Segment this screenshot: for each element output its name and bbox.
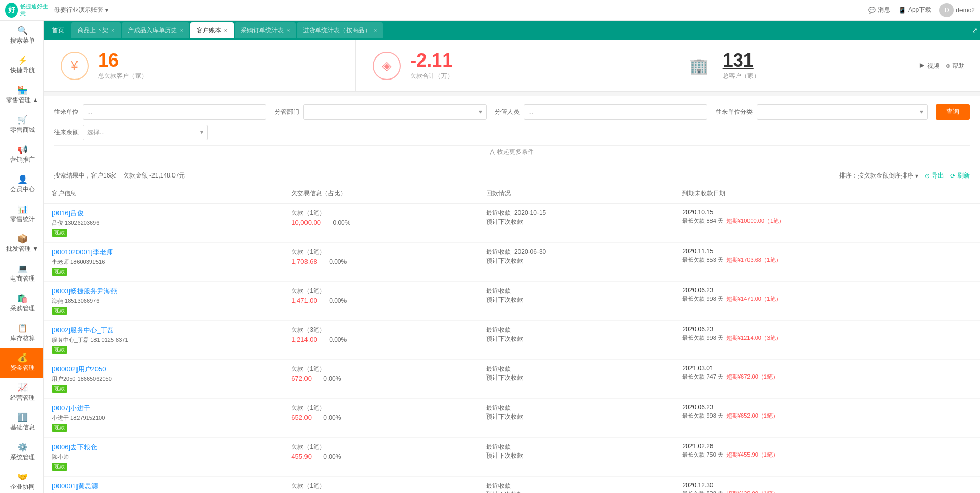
sidebar-item-batch-mgmt[interactable]: 📦 批发管理 ▼ <box>0 229 43 259</box>
max-debt-days: 最长欠款 998 天 超期¥1214.00（3笔） <box>682 334 972 342</box>
overdue-link[interactable]: 超期¥429.00（1笔） <box>726 490 778 493</box>
minimize-icon[interactable]: — <box>960 26 968 34</box>
stat-label-owed-customers: 总欠款客户（家） <box>98 72 147 81</box>
last-collection-label: 最近收款 2020-06-30 <box>486 248 666 257</box>
debt-amount: 1,471.00 <box>291 297 317 304</box>
close-icon[interactable]: × <box>287 28 290 33</box>
customer-name-link[interactable]: [0003]畅捷服务尹海燕 <box>52 287 275 296</box>
sidebar-item-label: 经营管理 <box>10 394 35 401</box>
stats-bar: ¥ 16 总欠款客户（家） ◈ <box>44 40 980 92</box>
close-icon[interactable]: × <box>180 28 183 33</box>
col-header-debt: 欠交易信息（占比） <box>283 184 478 204</box>
app-download-button[interactable]: 📱 App下载 <box>898 6 931 14</box>
sidebar-item-system[interactable]: ⚙️ 系统管理 <box>0 437 43 467</box>
source-unit-input[interactable]: ... <box>83 104 266 120</box>
overdue-link[interactable]: 超期¥1703.68（1笔） <box>726 257 781 263</box>
debt-info-cell: 欠款（1笔） 672.00 0.00% <box>283 360 478 399</box>
close-icon[interactable]: × <box>111 28 114 33</box>
dept-input[interactable]: ▾ <box>303 104 487 120</box>
export-button[interactable]: ⊙ 导出 <box>925 171 944 180</box>
overdue-link[interactable]: 超期¥652.00（1笔） <box>726 412 778 419</box>
refresh-button[interactable]: ⟳ 刷新 <box>950 171 970 180</box>
last-collection-label: 最近收款 <box>486 365 666 373</box>
tab-customer-account[interactable]: 客户账本 × <box>190 22 234 38</box>
col-header-due-date: 到期未收款日期 <box>674 184 980 204</box>
sidebar-item-base-info[interactable]: ℹ️ 基础信息 <box>0 407 43 437</box>
customer-name-link[interactable]: [000001]黄思源 <box>52 482 275 491</box>
person-input[interactable]: ... <box>524 104 707 120</box>
sidebar-item-label: 快捷导航 <box>10 67 35 74</box>
sidebar-item-label: 搜索菜单 <box>10 37 35 44</box>
stat-icon-owed-customers: ¥ <box>59 50 90 81</box>
filter-section: 往来单位 ... 分管部门 ▾ <box>44 96 980 167</box>
sidebar-item-search[interactable]: 🔍 搜索菜单 <box>0 21 43 50</box>
dept-field: 分管部门 ▾ <box>275 104 487 120</box>
close-icon[interactable]: × <box>374 28 377 33</box>
overdue-link[interactable]: 超期¥10000.00（1笔） <box>726 218 784 224</box>
customer-info-cell: [0003]畅捷服务尹海燕 海燕 18513066976 现款 <box>44 282 283 321</box>
sidebar-item-finance[interactable]: 💰 资金管理 <box>0 348 43 378</box>
store-selector[interactable]: 母婴行业演示账套 ▾ <box>54 6 110 14</box>
collection-cell: 最近收款 预计下次收款 <box>478 360 674 399</box>
tab-purchase-order[interactable]: 采购订单统计表 × <box>235 22 296 38</box>
debt-ratio: 0.00% <box>329 258 347 265</box>
sidebar-item-retail-stat[interactable]: 📊 零售统计 <box>0 199 43 229</box>
customer-phone: 用户2050 18665062050 <box>52 375 275 383</box>
message-button[interactable]: 💬 消息 <box>868 6 890 14</box>
tab-home[interactable]: 首页 <box>46 22 70 38</box>
sidebar-item-marketing[interactable]: 📢 营销推广 <box>0 140 43 169</box>
sort-selector[interactable]: 排序：按欠款金额倒序排序 ▾ <box>839 171 918 180</box>
refresh-icon: ⟳ <box>950 172 955 180</box>
stat-icon-owed-amount: ◈ <box>371 50 402 81</box>
customer-name-link[interactable]: [000002]用户2050 <box>52 365 275 374</box>
tab-product-history[interactable]: 产成品入库单历史 × <box>122 22 189 38</box>
page-content: ¥ 16 总欠款客户（家） ◈ <box>44 40 980 493</box>
stat-icon-total-customers: 🏢 <box>684 50 715 81</box>
debt-count: 欠款（1笔） <box>291 365 470 373</box>
sidebar-item-ecommerce[interactable]: 💻 电商管理 <box>0 259 43 288</box>
customer-name-link[interactable]: [0002]服务中心_丁磊 <box>52 326 275 335</box>
search-button[interactable]: 查询 <box>936 104 970 120</box>
sidebar-item-operation[interactable]: 📈 经营管理 <box>0 378 43 407</box>
sidebar-item-quick-nav[interactable]: ⚡ 快捷导航 <box>0 50 43 80</box>
maximize-icon[interactable]: ⤢ <box>972 26 978 34</box>
customer-name-link[interactable]: [0016]吕俊 <box>52 209 275 218</box>
sidebar-item-purchase[interactable]: 🛍️ 采购管理 <box>0 288 43 318</box>
balance-field: 往来余额 选择... ▾ <box>54 125 208 140</box>
overdue-link[interactable]: 超期¥1471.00（1笔） <box>726 295 781 302</box>
customer-name-link[interactable]: [0006]去下粮仓 <box>52 443 275 452</box>
customer-name-link[interactable]: [0007]小进干 <box>52 404 275 413</box>
unit-class-input[interactable]: ▾ <box>757 104 928 120</box>
user-menu[interactable]: D demo2 <box>939 3 975 17</box>
app-download-label: App下载 <box>908 6 931 14</box>
customer-phone: 服务中心_丁磊 181 0125 8371 <box>52 336 275 344</box>
tab-purchase-stat[interactable]: 进货单统计表（按商品） × <box>297 22 383 38</box>
collapse-icon: ⋀ <box>490 148 495 155</box>
collapse-button[interactable]: ⋀ 收起更多条件 <box>54 145 970 159</box>
video-link[interactable]: ▶ 视频 <box>919 62 939 70</box>
result-bar-right: 排序：按欠款金额倒序排序 ▾ ⊙ 导出 ⟳ 刷新 <box>839 171 970 180</box>
balance-input[interactable]: 选择... ▾ <box>83 125 208 140</box>
customer-name-link[interactable]: [0001020001]李老师 <box>52 248 275 257</box>
sidebar-item-corp-collab[interactable]: 🤝 企业协同 <box>0 467 43 493</box>
overdue-link[interactable]: 超期¥1214.00（3笔） <box>726 334 781 341</box>
tab-product-off[interactable]: 商品上下架 × <box>71 22 121 38</box>
customer-info-cell: [0001020001]李老师 李老师 18600391516 现款 <box>44 243 283 282</box>
overdue-link[interactable]: 超期¥672.00（1笔） <box>726 373 778 380</box>
sidebar-item-inventory[interactable]: 📋 库存核算 <box>0 318 43 348</box>
tab-home-label: 首页 <box>52 26 64 35</box>
table-row: [0006]去下粮仓 陈小帅 现款 欠款（1笔） 455.90 0.00% 最近… <box>44 438 980 477</box>
help-link[interactable]: ⊙ 帮助 <box>946 62 965 70</box>
customer-info-cell: [0016]吕俊 吕俊 13026203696 现款 <box>44 204 283 243</box>
message-icon: 💬 <box>868 7 876 14</box>
yuan-icon: ¥ <box>61 52 89 80</box>
sidebar-item-retail-mall[interactable]: 🛒 零售商城 <box>0 110 43 140</box>
customer-phone: 小进干 18279152100 <box>52 414 275 422</box>
debt-count: 欠款（1笔） <box>291 248 470 257</box>
next-collection-label: 预计下次收款 <box>486 218 666 226</box>
lightning-icon: ⚡ <box>2 55 43 65</box>
sidebar-item-retail-mgmt[interactable]: 🏪 零售管理 ▲ <box>0 80 43 110</box>
overdue-link[interactable]: 超期¥455.90（1笔） <box>726 451 778 458</box>
close-icon[interactable]: × <box>224 28 227 33</box>
sidebar-item-member[interactable]: 👤 会员中心 <box>0 169 43 199</box>
